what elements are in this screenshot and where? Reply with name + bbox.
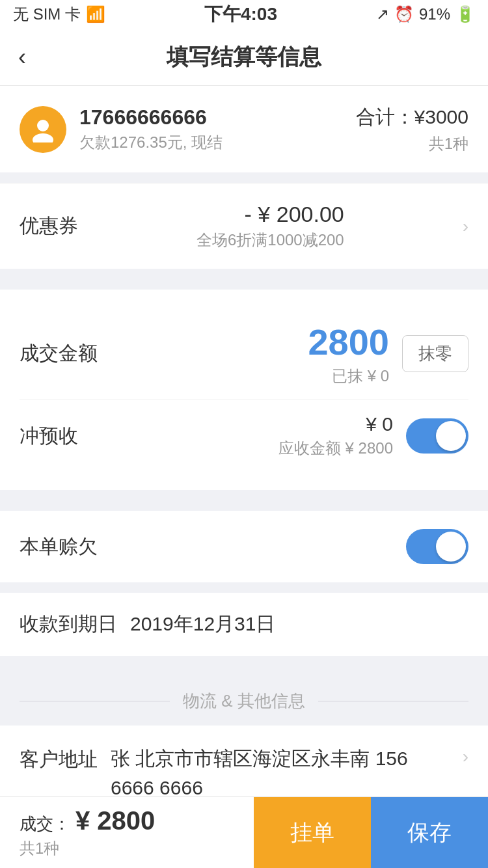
summary-amount: ¥ 2800 [75,806,155,835]
duedate-value: 2019年12月31日 [130,611,275,638]
prepay-row: 冲预收 ¥ 0 应收金额 ¥ 2800 [20,400,468,472]
battery-icon: 🔋 [455,5,475,23]
debt-toggle[interactable] [406,529,468,564]
chevron-right-icon: › [463,216,468,237]
debt-order-row: 本单赊欠 [0,511,488,582]
coupon-label: 优惠券 [20,213,78,239]
coupon-row[interactable]: 优惠券 - ¥ 200.00 全场6折满1000减200 › [0,183,488,269]
back-button[interactable]: ‹ [18,44,26,71]
deal-right: 2800 已抹 ¥ 0 抹零 [308,321,468,387]
separator-2 [0,490,488,500]
logistics-label: 物流 & 其他信息 [183,690,305,712]
separator-1 [0,279,488,290]
no-sim-label: 无 SIM 卡 [13,4,81,25]
divider-line-right [318,701,468,701]
wifi-icon: 📶 [86,5,105,23]
save-button[interactable]: 保存 [371,797,488,868]
location-icon: ↗ [376,5,389,23]
total-count: 共1种 [356,133,468,154]
content: 17666666666 欠款1276.35元, 现结 合计：¥3000 共1种 … [0,86,488,868]
address-label: 客户地址 [20,744,98,773]
coupon-right: - ¥ 200.00 全场6折满1000减200 [197,202,344,251]
total-label: 合计： [356,106,414,128]
bottom-summary: 成交： ¥ 2800 共1种 [0,806,254,859]
svg-point-0 [37,120,49,131]
avatar [20,106,66,153]
deal-value-block: 2800 已抹 ¥ 0 [308,321,389,387]
alarm-icon: ⏰ [394,5,414,23]
summary-top: 成交： ¥ 2800 [20,806,234,835]
page-title: 填写结算等信息 [167,42,321,72]
total-value: ¥3000 [414,106,468,128]
customer-debt: 欠款1276.35元, 现结 [79,132,223,153]
deal-sub: 已抹 ¥ 0 [308,366,389,387]
customer-phone: 17666666666 [79,105,223,129]
nav-bar: ‹ 填写结算等信息 [0,29,488,86]
address-value: 张 北京市市辖区海淀区永丰南 156 6666 6666 [111,744,450,802]
svg-point-1 [33,133,53,142]
summary-count: 共1种 [20,838,234,859]
prepay-toggle[interactable] [406,418,468,454]
amount-section: 成交金额 2800 已抹 ¥ 0 抹零 冲预收 ¥ 0 应收金额 ¥ 2800 [0,290,488,490]
duedate-label: 收款到期日 [20,611,117,638]
round-off-button[interactable]: 抹零 [402,335,468,372]
customer-right: 合计：¥3000 共1种 [356,104,468,154]
customer-info-row: 17666666666 欠款1276.35元, 现结 合计：¥3000 共1种 [0,86,488,172]
status-bar: 无 SIM 卡 📶 下午4:03 ↗ ⏰ 91% 🔋 [0,0,488,29]
prepay-label: 冲预收 [20,423,78,450]
debt-label: 本单赊欠 [20,534,98,560]
prepay-value-block: ¥ 0 应收金额 ¥ 2800 [278,413,393,459]
chevron-right-icon-address: › [463,744,468,767]
deal-amount-row: 成交金额 2800 已抹 ¥ 0 抹零 [20,308,468,400]
deal-value: 2800 [308,321,389,363]
deal-label: 成交金额 [20,340,98,367]
bottom-bar: 成交： ¥ 2800 共1种 挂单 保存 [0,796,488,868]
prepay-sub: 应收金额 ¥ 2800 [278,438,393,459]
divider-line-left [20,701,170,701]
separator-3 [0,666,488,677]
prepay-amount: ¥ 0 [278,413,393,435]
duedate-row: 收款到期日 2019年12月31日 [0,593,488,656]
status-left: 无 SIM 卡 📶 [13,4,105,25]
battery-label: 91% [419,5,450,23]
status-time: 下午4:03 [204,2,277,27]
status-right: ↗ ⏰ 91% 🔋 [376,5,475,23]
coupon-discount: - ¥ 200.00 [197,202,344,227]
total-amount: 合计：¥3000 [356,104,468,131]
summary-label: 成交： [20,813,70,835]
customer-left: 17666666666 欠款1276.35元, 现结 [20,105,223,153]
prepay-right: ¥ 0 应收金额 ¥ 2800 [278,413,468,459]
logistics-divider: 物流 & 其他信息 [0,677,488,726]
bottom-actions: 挂单 保存 [254,797,488,868]
customer-info: 17666666666 欠款1276.35元, 现结 [79,105,223,153]
coupon-desc: 全场6折满1000减200 [197,230,344,251]
hold-order-button[interactable]: 挂单 [254,797,371,868]
